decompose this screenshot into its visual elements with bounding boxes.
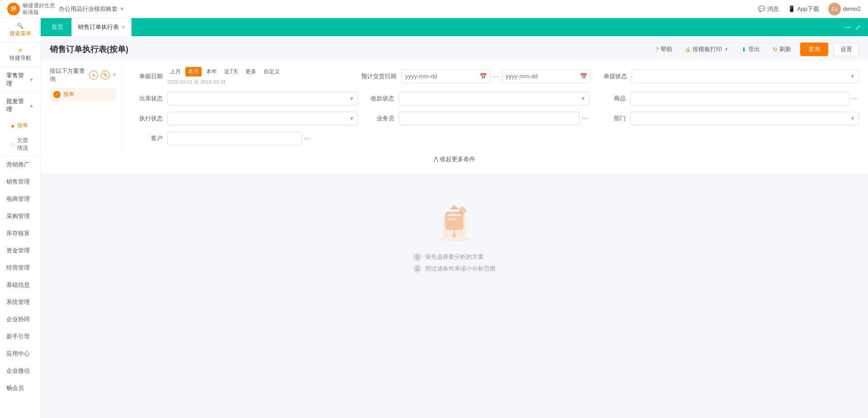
collapse-bar[interactable]: ⋀ 收起更多条件: [50, 152, 859, 167]
expected-date-label: 预计交货日期: [361, 72, 396, 81]
scheme-edit-btn[interactable]: ✎: [101, 71, 110, 80]
help-icon: ?: [656, 46, 659, 53]
delivery-status-wrap: ▼: [167, 92, 358, 105]
sidebar: 🔍 搜索菜单 ⚡ 快捷导航 零售管理 ▼ 批发管理 ▲ ● 按单 ○ 欠货情: [0, 18, 41, 418]
goods-input-wrap: ···: [630, 92, 859, 105]
expected-date-start[interactable]: [401, 70, 490, 83]
customer-more-icon[interactable]: ···: [302, 134, 312, 142]
quick-nav-icon: ⚡: [17, 47, 24, 53]
sidebar-item-purchase[interactable]: 采购管理: [0, 208, 40, 225]
app-download-btn[interactable]: 📱 App下载: [788, 5, 819, 13]
chevron-down-icon: ▼: [29, 77, 34, 82]
svg-point-6: [459, 207, 466, 214]
filter-row-1: 单据日期 上月 本月 本年 近7天 更多 自定义 20: [131, 67, 859, 86]
salesman-label: 业务员: [363, 114, 394, 123]
chevron-up-icon: ▲: [29, 103, 34, 108]
sidebar-item-base-info[interactable]: 基础信息: [0, 276, 40, 294]
expected-date-end[interactable]: [502, 70, 591, 83]
export-btn[interactable]: ⬇ 导出: [738, 43, 764, 55]
dept-select[interactable]: [630, 112, 859, 125]
filter-row-4: 客户 ···: [131, 132, 859, 145]
date-btn-this-month[interactable]: 本月: [185, 67, 202, 76]
print-dropdown-icon: ▼: [724, 47, 729, 52]
sidebar-item-member[interactable]: 畅会员: [0, 380, 40, 397]
dept-select-wrap: ▼: [630, 112, 859, 125]
sidebar-item-guide[interactable]: 新手引导: [0, 328, 40, 345]
filter-panel: 按以下方案查询 + ✎ « ✓ 按单: [41, 61, 868, 173]
breadcrumb-arrow-icon[interactable]: ▼: [119, 6, 125, 12]
message-btn[interactable]: 💬 消息: [758, 5, 779, 13]
salesman-input[interactable]: [399, 112, 580, 125]
sidebar-item-marketing[interactable]: 营销推广: [0, 156, 40, 173]
scheme-add-btn[interactable]: +: [89, 71, 98, 80]
message-icon: 💬: [758, 5, 765, 12]
header-right: 💬 消息 📱 App下载 Ea demo2: [758, 3, 861, 15]
sidebar-item-wholesale[interactable]: 批发管理 ▲: [0, 93, 40, 118]
goods-input[interactable]: [630, 92, 849, 105]
goods-more-icon[interactable]: ···: [849, 95, 859, 103]
exec-status-select[interactable]: [167, 112, 358, 125]
print-btn[interactable]: 🖨 按模板打印 ▼: [681, 43, 732, 55]
svg-rect-3: [448, 214, 461, 216]
refresh-btn[interactable]: ↻ 刷新: [769, 43, 795, 55]
sidebar-item-ecommerce[interactable]: 电商管理: [0, 190, 40, 208]
user-profile-btn[interactable]: Ea demo2: [828, 3, 861, 15]
scheme-item-by-order[interactable]: ✓ 按单: [50, 88, 116, 101]
outline-dot-icon: ○: [11, 141, 14, 148]
header-left: 好 畅捷通好生意 标准版 办公用品行业模拟账套 ▼: [7, 2, 125, 15]
date-btn-last-7[interactable]: 近7天: [222, 67, 241, 76]
breadcrumb: 办公用品行业模拟账套 ▼: [59, 5, 125, 13]
logo-text: 畅捷通好生意 标准版: [23, 2, 55, 15]
tab-home[interactable]: 首页: [44, 18, 71, 36]
refresh-icon: ↻: [773, 46, 778, 53]
tip-num-2: 2: [413, 265, 421, 273]
sidebar-item-quick-nav[interactable]: ⚡ 快捷导航: [0, 43, 40, 67]
sidebar-sub-item-by-order[interactable]: ● 按单: [0, 118, 40, 133]
sidebar-search[interactable]: 🔍 搜索菜单: [0, 18, 40, 43]
date-separator: —: [493, 73, 499, 80]
sidebar-item-enterprise[interactable]: 企业协同: [0, 311, 40, 328]
date-btn-this-year[interactable]: 本年: [203, 67, 220, 76]
setting-button[interactable]: 设置: [834, 43, 859, 56]
status-label: 单据状态: [595, 72, 627, 81]
date-btn-more[interactable]: 更多: [243, 67, 259, 76]
query-button[interactable]: 查询: [800, 43, 828, 56]
filter-form: 单据日期 上月 本月 本年 近7天 更多 自定义 20: [122, 67, 859, 152]
tab-close-icon[interactable]: ×: [122, 24, 125, 31]
receipt-status-label: 收款状态: [363, 95, 394, 103]
status-select-wrap: ▼: [632, 70, 859, 83]
date-btn-last-month[interactable]: 上月: [167, 67, 184, 76]
top-header: 好 畅捷通好生意 标准版 办公用品行业模拟账套 ▼ 💬 消息 📱 App下载 E…: [0, 0, 868, 18]
scheme-collapse-btn[interactable]: «: [113, 71, 116, 80]
tab-active[interactable]: 销售订单执行表 ×: [71, 18, 132, 36]
help-btn[interactable]: ? 帮助: [652, 43, 676, 55]
sidebar-item-inventory[interactable]: 库存核算: [0, 225, 40, 242]
sidebar-item-retail[interactable]: 零售管理 ▼: [0, 67, 40, 92]
empty-tip-1: 1 请先选择要分析的方案: [413, 253, 495, 261]
goods-label: 商品: [594, 95, 626, 103]
expected-date-range: 📅 — 📅: [401, 70, 590, 83]
maximize-icon[interactable]: ⤢: [855, 23, 861, 32]
sidebar-item-app-center[interactable]: 应用中心: [0, 345, 40, 362]
filter-layout: 按以下方案查询 + ✎ « ✓ 按单: [50, 67, 859, 152]
empty-tip-2: 2 用过滤条件来缩小分析范围: [413, 265, 495, 273]
sidebar-item-sales[interactable]: 销售管理: [0, 173, 40, 190]
sidebar-sub-item-shortage[interactable]: ○ 欠货情况: [0, 133, 40, 156]
delivery-status-select[interactable]: [167, 92, 358, 105]
date-label: 单据日期: [131, 72, 163, 81]
scheme-panel-icons: + ✎ «: [89, 71, 116, 80]
minimize-icon[interactable]: —: [844, 23, 851, 31]
salesman-more-icon[interactable]: ···: [580, 114, 589, 123]
customer-input[interactable]: [167, 132, 302, 145]
sidebar-item-wechat[interactable]: 企业微信: [0, 362, 40, 380]
tip-num-1: 1: [413, 253, 421, 261]
status-select[interactable]: [632, 70, 859, 83]
sidebar-item-operations[interactable]: 经营管理: [0, 259, 40, 276]
receipt-status-select[interactable]: [399, 92, 590, 105]
exec-status-wrap: ▼: [167, 112, 358, 125]
date-btn-custom[interactable]: 自定义: [261, 67, 283, 76]
sidebar-item-system[interactable]: 系统管理: [0, 294, 40, 311]
scheme-panel: 按以下方案查询 + ✎ « ✓ 按单: [50, 67, 122, 152]
receipt-status-wrap: ▼: [399, 92, 590, 105]
sidebar-item-finance[interactable]: 资金管理: [0, 242, 40, 259]
